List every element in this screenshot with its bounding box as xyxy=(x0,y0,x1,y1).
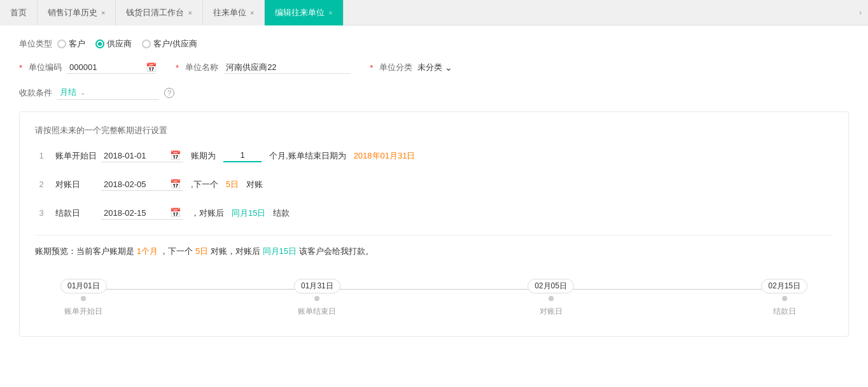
preview-suffix: 该客户会给我打款。 xyxy=(299,246,374,256)
preview-mid2: 对账，对账后 xyxy=(211,246,260,256)
tab-sales-history[interactable]: 销售订单历史 × xyxy=(38,0,116,25)
config-row-1-desc-prefix: 账期为 xyxy=(191,150,216,162)
config-row-2-num: 2 xyxy=(35,179,48,189)
unit-code-field: * 单位编码 000001 📅 xyxy=(19,61,157,74)
timeline: 01月01日 账单开始日 01月31日 账单结束日 02月05日 对账日 xyxy=(35,272,833,323)
tab-units-close[interactable]: × xyxy=(250,9,254,17)
tl-label-3: 对账日 xyxy=(540,306,563,317)
config-row-1-calendar-icon[interactable]: 📅 xyxy=(170,150,181,160)
config-row-1-date-input[interactable] xyxy=(104,151,167,160)
unit-code-required: * xyxy=(19,63,22,73)
timeline-point-2: 01月31日 账单结束日 xyxy=(294,279,340,317)
tab-cashflow-close[interactable]: × xyxy=(188,9,192,17)
config-row-3-num: 3 xyxy=(35,208,48,218)
unit-type-radio-group: 客户 供应商 客户/供应商 xyxy=(57,38,197,50)
preview-text: 账期预览：当前客户账期是 1个月 ，下一个 5日 对账，对账后 同月15日 该客… xyxy=(35,246,833,257)
config-row-1-desc-suffix: 个月,账单结束日期为 xyxy=(269,150,346,162)
unit-code-icon[interactable]: 📅 xyxy=(146,62,157,73)
config-row-3-desc2: 结款 xyxy=(273,208,290,219)
config-row-1: 1 账单开始日 📅 账期为 个月,账单结束日期为 2018年01月31日 xyxy=(35,149,833,162)
tab-sales-history-close[interactable]: × xyxy=(101,9,105,17)
config-row-1-num: 1 xyxy=(35,151,48,160)
tab-units-label: 往来单位 xyxy=(213,7,246,18)
unit-info-row: * 单位编码 000001 📅 * 单位名称 河南供应商22 * 单位分类 未分… xyxy=(19,61,849,74)
config-row-3-type: 结款日 xyxy=(55,208,94,219)
payment-condition-chevron: ⌄ xyxy=(80,89,85,96)
unit-category-value: 未分类 xyxy=(417,62,442,73)
tab-units[interactable]: 往来单位 × xyxy=(203,0,265,25)
unit-category-select[interactable]: 未分类 ⌄ xyxy=(417,62,452,73)
tab-cashflow-label: 钱货日清工作台 xyxy=(126,7,184,18)
radio-customer-circle xyxy=(57,39,66,48)
unit-name-field: * 单位名称 河南供应商22 xyxy=(176,61,351,74)
payment-condition-select[interactable]: 月结 ⌄ xyxy=(57,85,159,100)
tab-home[interactable]: 首页 xyxy=(0,0,38,25)
radio-supplier[interactable]: 供应商 xyxy=(95,38,132,50)
timeline-points: 01月01日 账单开始日 01月31日 账单结束日 02月05日 对账日 xyxy=(60,279,808,317)
payment-condition-row: 收款条件 月结 ⌄ ? xyxy=(19,85,849,100)
tl-dot-4 xyxy=(782,296,787,301)
radio-customer[interactable]: 客户 xyxy=(57,38,85,50)
config-row-1-date-group: 📅 xyxy=(101,149,183,162)
unit-type-label: 单位类型 xyxy=(19,38,52,50)
radio-both-label: 客户/供应商 xyxy=(153,38,197,50)
tl-badge-2: 01月31日 xyxy=(294,279,340,293)
config-row-2-desc1: ,下一个 xyxy=(191,179,218,190)
config-row-2-highlight: 5日 xyxy=(226,179,239,190)
preview-highlight3: 同月15日 xyxy=(263,246,297,256)
tl-badge-1: 01月01日 xyxy=(60,279,107,293)
help-icon[interactable]: ? xyxy=(164,88,174,98)
tab-edit-units-close[interactable]: × xyxy=(328,9,332,17)
tl-dot-3 xyxy=(549,296,554,301)
preview-prefix: 账期预览：当前客户账期是 xyxy=(35,246,134,256)
radio-supplier-label: 供应商 xyxy=(107,38,132,50)
config-row-3-date-input[interactable] xyxy=(104,208,167,218)
config-section-title: 请按照未来的一个完整帐期进行设置 xyxy=(35,125,833,136)
tab-edit-units-label: 编辑往来单位 xyxy=(275,7,325,18)
divider xyxy=(35,235,833,236)
tl-dot-1 xyxy=(81,296,86,301)
config-row-1-type: 账单开始日 xyxy=(55,150,94,162)
config-row-3-highlight: 同月15日 xyxy=(232,208,265,219)
unit-code-input-group: 000001 📅 xyxy=(67,61,157,74)
payment-condition-value: 月结 xyxy=(60,87,76,98)
tab-home-label: 首页 xyxy=(10,7,27,18)
config-row-3-desc1: ，对账后 xyxy=(191,208,224,219)
unit-type-row: 单位类型 客户 供应商 客户/供应商 xyxy=(19,38,849,50)
months-input[interactable] xyxy=(223,149,262,162)
radio-both[interactable]: 客户/供应商 xyxy=(142,38,197,50)
preview-highlight2: 5日 xyxy=(195,246,208,256)
unit-type-field: 单位类型 客户 供应商 客户/供应商 xyxy=(19,38,197,50)
config-row-2-type: 对账日 xyxy=(55,179,94,190)
unit-code-input[interactable]: 000001 xyxy=(67,61,143,73)
config-row-2-desc2: 对账 xyxy=(246,179,263,190)
config-row-3: 3 结款日 📅 ，对账后 同月15日 结款 xyxy=(35,206,833,220)
radio-customer-label: 客户 xyxy=(69,38,85,50)
unit-category-field: * 单位分类 未分类 ⌄ xyxy=(370,62,452,73)
tab-more-arrow[interactable]: › xyxy=(853,8,868,17)
config-row-2-calendar-icon[interactable]: 📅 xyxy=(170,179,181,189)
unit-category-required: * xyxy=(370,63,373,73)
config-row-3-calendar-icon[interactable]: 📅 xyxy=(170,208,181,218)
unit-name-required: * xyxy=(176,63,179,73)
timeline-point-1: 01月01日 账单开始日 xyxy=(60,279,107,317)
tl-label-2: 账单结束日 xyxy=(298,306,336,317)
tl-label-1: 账单开始日 xyxy=(64,306,102,317)
config-row-2: 2 对账日 📅 ,下一个 5日 对账 xyxy=(35,178,833,191)
tab-sales-history-label: 销售订单历史 xyxy=(48,7,97,18)
tl-badge-3: 02月05日 xyxy=(528,279,574,293)
tabs-bar: 首页 销售订单历史 × 钱货日清工作台 × 往来单位 × 编辑往来单位 × › xyxy=(0,0,868,25)
config-card: 请按照未来的一个完整帐期进行设置 1 账单开始日 📅 账期为 个月,账单结束日期… xyxy=(19,111,849,337)
main-content: 单位类型 客户 供应商 客户/供应商 * 单位编码 xyxy=(0,25,868,387)
config-row-1-end-date: 2018年01月31日 xyxy=(354,150,416,162)
unit-code-label: 单位编码 xyxy=(29,62,62,73)
unit-name-input[interactable]: 河南供应商22 xyxy=(223,61,351,74)
tab-edit-units[interactable]: 编辑往来单位 × xyxy=(265,0,343,25)
payment-condition-label: 收款条件 xyxy=(19,87,52,99)
preview-highlight1: 1个月 xyxy=(137,246,158,256)
config-row-2-date-input[interactable] xyxy=(104,179,167,189)
tab-cashflow[interactable]: 钱货日清工作台 × xyxy=(116,0,202,25)
timeline-point-3: 02月05日 对账日 xyxy=(528,279,574,317)
payment-condition-field: 收款条件 月结 ⌄ ? xyxy=(19,85,174,100)
config-row-3-date-group: 📅 xyxy=(101,206,183,220)
